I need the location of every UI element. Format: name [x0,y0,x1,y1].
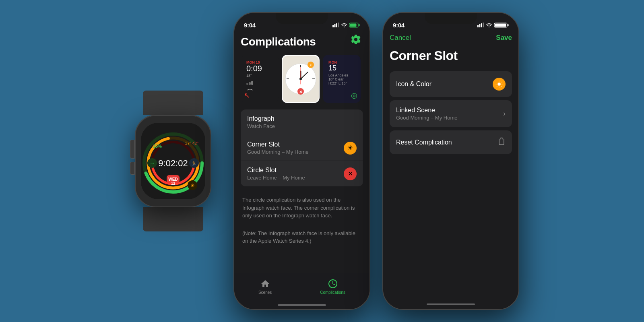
watch-container: 35% 37° 42° 9:02:02 WED 12 → [125,91,221,231]
complications-note-1: The circle complication is also used on … [241,191,363,225]
icon-color-sun-button[interactable] [493,78,506,91]
tab-scenes-label: Scenes [258,290,272,295]
tab-complications-label: Complications [320,290,345,295]
svg-point-39 [299,78,302,80]
svg-text:37°: 37° [185,141,191,146]
linked-scene-row[interactable]: Linked Scene Good Morning – My Home › [390,100,512,127]
comp-title-infograph: Infograph [247,115,275,122]
svg-text:WED: WED [168,177,178,182]
svg-text:✕: ✕ [299,90,302,94]
main-scene: 35% 37° 42° 9:02:02 WED 12 → [117,4,527,318]
corner-slot-content: Cancel Save Corner Slot Icon & Color [383,32,518,273]
status-time-1: 9:04 [244,22,256,29]
svg-text:→: → [149,160,155,166]
icon-color-row[interactable]: Icon & Color [390,71,512,97]
svg-rect-27 [246,83,248,85]
complications-list: Infograph Watch Face Corner Slot Good Mo… [241,109,363,186]
circle-slot-icon[interactable]: ✕ [344,167,357,180]
iphone-corner-slot: 9:04 [382,12,519,310]
svg-rect-48 [483,23,484,27]
comp-title-corner: Corner Slot [247,141,308,148]
tab-bar-1: Scenes Complications [234,273,369,309]
save-button[interactable]: Save [496,34,512,42]
battery-icon [349,23,360,28]
reset-complication-label: Reset Complication [396,139,452,146]
svg-rect-22 [336,23,337,27]
complications-note-2: (Note: The Infograph watch face is only … [241,225,363,250]
svg-rect-50 [495,23,506,27]
home-indicator-1 [278,304,326,306]
settings-gear-button[interactable] [350,34,361,47]
complication-corner-slot[interactable]: Corner Slot Good Morning – My Home ☀ [241,135,363,161]
svg-rect-20 [332,25,334,27]
cancel-button[interactable]: Cancel [390,34,411,42]
home-indicator-2 [427,303,475,305]
svg-text:12: 12 [171,182,175,186]
complications-content: Complications MON 15 0:09 18° [234,32,369,273]
linked-scene-chevron-icon: › [503,109,506,118]
linked-scene-subtitle: Good Morning – My Home [396,115,457,121]
wifi-icon [341,23,347,27]
icon-color-label: Icon & Color [396,80,431,88]
watch-face-thumb-analog[interactable]: ☀ ✕ [282,55,320,103]
svg-rect-45 [477,25,479,27]
svg-point-52 [497,83,501,86]
status-icons-2 [477,23,509,28]
comp-subtitle-circle: Leave Home – My Home [247,175,305,181]
linked-scene-label: Linked Scene [396,107,457,114]
svg-text:🏃: 🏃 [191,161,197,166]
svg-line-60 [501,82,502,82]
watch-band-top [143,91,203,115]
watch-faces-row: MON 15 0:09 18° [241,55,363,103]
tab-scenes[interactable]: Scenes [250,277,280,296]
svg-text:☀: ☀ [309,63,312,67]
sun-icon [495,80,503,88]
comp-subtitle-corner: Good Morning – My Home [247,149,308,155]
svg-rect-28 [249,82,251,85]
svg-line-59 [497,86,497,87]
watch-screen: 35% 37° 42° 9:02:02 WED 12 → [141,123,205,199]
svg-line-57 [497,82,497,82]
corner-slot-icon[interactable]: ☀ [344,142,357,155]
watch-face-thumb-digital[interactable]: MON 15 0:09 18° [241,55,279,103]
signal-icon-2 [477,23,484,27]
svg-rect-29 [251,81,253,85]
watch-face-thumb-weather[interactable]: MON 15 Los Angeles 18° Clear H:22° L:15°… [323,55,361,103]
iphone-complications: 9:04 [233,12,370,310]
svg-line-58 [501,86,502,87]
svg-rect-46 [479,24,481,27]
battery-icon-2 [494,23,509,28]
status-icons-1 [332,23,360,28]
apple-watch: 35% 37° 42° 9:02:02 WED 12 → [135,115,211,207]
watch-band-bottom [143,207,203,231]
reset-complication-row[interactable]: Reset Complication [390,130,512,154]
wifi-icon-2 [486,23,492,27]
svg-text:35%: 35% [153,144,162,149]
svg-rect-51 [508,24,509,26]
trash-icon-svg [497,137,506,146]
comp-subtitle-infograph: Watch Face [247,123,275,129]
svg-rect-26 [359,24,360,26]
scenes-tab-icon [260,279,270,289]
svg-text:☀: ☀ [190,183,195,188]
comp-title-circle: Circle Slot [247,167,305,174]
complications-tab-icon [328,279,338,289]
signal-icon [332,23,339,27]
svg-rect-25 [350,23,357,27]
svg-rect-23 [338,23,339,27]
corner-slot-title: Corner Slot [390,48,512,63]
complication-infograph[interactable]: Infograph Watch Face [241,109,363,135]
trash-icon[interactable] [497,137,506,148]
complications-title: Complications [241,35,363,48]
iphone-notch [276,13,328,24]
svg-rect-21 [334,24,336,27]
status-time-2: 9:04 [393,22,405,29]
svg-text:42°: 42° [192,141,198,146]
tab-complications[interactable]: Complications [312,277,353,296]
corner-slot-nav: Cancel Save [390,34,512,42]
complication-circle-slot[interactable]: Circle Slot Leave Home – My Home ✕ [241,161,363,186]
iphone-notch-2 [425,13,477,24]
svg-text:9:02:02: 9:02:02 [158,158,188,168]
svg-rect-47 [481,23,482,27]
